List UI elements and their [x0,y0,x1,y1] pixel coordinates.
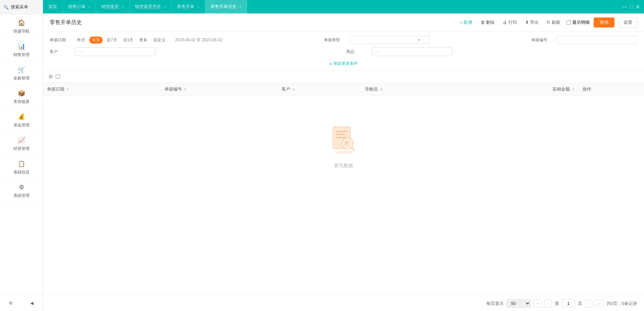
sidebar-item-sys-mgmt[interactable]: ⚙ 系统管理 [0,179,43,202]
tab-retail-open[interactable]: 零售开单× [171,0,205,13]
sidebar-item-finance-mgmt[interactable]: 💰 资金管理 [0,108,43,132]
tab-sales-order[interactable]: 销售订单× [63,0,96,13]
data-table: 单据日期 ⇅ 单据编号 ⇅ 客户 ⇅ 导购员 ⇅ [43,83,644,96]
tab-close-sales-return[interactable]: × [121,5,123,9]
maximize-btn[interactable]: □ [630,4,633,10]
tab-close-sales-order[interactable]: × [88,5,90,9]
sidebar-bottom: ⚙ ◀ [0,295,43,311]
date-more[interactable]: 更多 [137,37,149,44]
select-all-checkbox[interactable] [56,74,60,79]
date-label: 单据日期 [50,37,70,43]
tab-sales-return[interactable]: 销货退货× [96,0,129,13]
setting-button[interactable]: 设置 [618,17,637,28]
per-page-select[interactable]: 50 10 20 100 [506,299,531,308]
finance-mgmt-icon: 💰 [18,113,25,120]
purchase-mgmt-label: 采购管理 [13,75,30,81]
content-area: 零售开单历史 + 新增 🗑 删除 🖨 打印 ⬆ 导出 ↻ 刷新 显示明细 查询 … [43,13,644,311]
table-head: 单据日期 ⇅ 单据编号 ⇅ 客户 ⇅ 导购员 ⇅ [43,83,644,96]
settings-icon: ⚙ [9,301,13,306]
show-detail-checkbox[interactable] [566,20,571,25]
empty-icon [327,123,360,157]
finance-mgmt-label: 资金管理 [13,122,30,128]
col-guide: 导购员 ⇅ [361,83,461,96]
tab-close-sales-return-history[interactable]: × [164,5,166,9]
minimize-btn[interactable]: — [622,4,627,10]
page-header: 零售开单历史 + 新增 🗑 删除 🖨 打印 ⬆ 导出 ↻ 刷新 显示明细 查询 … [43,13,644,32]
sidebar: 🔍 搜索采单 🏠 快捷导航 📊 销售管理 🛒 采购管理 📦 库存核算 💰 资金管… [0,0,43,311]
refresh-button[interactable]: ↻ 刷新 [545,18,562,27]
show-detail-toggle[interactable]: 显示明细 [566,19,590,25]
svg-point-0 [334,151,353,154]
tab-close-retail-open-history[interactable]: × [239,5,241,9]
goods-input[interactable]: ··· [372,47,452,56]
window-controls: — □ ✕ [617,4,644,10]
filter-area: 单据日期 昨天 今天 近7天 近1月 更多 自定义 2023-06-02 至 2… [43,32,644,71]
basic-info-icon: 📋 [18,160,25,167]
sidebar-item-stock-calc[interactable]: 📦 库存核算 [0,85,43,108]
collapse-up-icon: ∧ [329,61,332,66]
close-btn[interactable]: ✕ [636,4,640,10]
date-last7[interactable]: 近7天 [105,37,119,44]
date-last1month[interactable]: 近1月 [121,37,136,44]
delete-button[interactable]: 🗑 删除 [479,18,497,27]
export-button[interactable]: ⬆ 导出 [523,18,541,27]
date-custom[interactable]: 自定义 [151,37,167,44]
sidebar-search[interactable]: 🔍 搜索采单 [0,0,43,14]
col-no: 单据编号 ⇅ [160,83,278,96]
date-today[interactable]: 今天 [89,37,103,44]
table-header-row: 单据日期 ⇅ 单据编号 ⇅ 客户 ⇅ 导购员 ⇅ [43,83,644,96]
empty-state: 暂无数据 [43,96,644,196]
print-button[interactable]: 🖨 打印 [501,18,519,27]
total-text: 共0页，0条记录 [606,301,637,307]
date-yesterday[interactable]: 昨天 [75,37,87,44]
next-page-btn[interactable]: › [585,300,592,307]
last-page-btn[interactable]: » [595,300,603,307]
col-no-sort[interactable]: ⇅ [184,88,186,91]
tab-sales-return-history[interactable]: 销货退货历史× [130,0,171,13]
col-amount-sort[interactable]: ⇅ [572,88,575,91]
query-button[interactable]: 查询 [594,17,614,28]
sidebar-item-basic-info[interactable]: 📋 基础信息 [0,155,43,179]
bill-type-select[interactable]: ▾ [349,36,430,44]
tab-retail-open-history[interactable]: 零售开单历史× [205,0,247,13]
sidebar-search-label: 搜索采单 [11,4,28,10]
col-guide-sort[interactable]: ⇅ [380,88,383,91]
col-customer-sort[interactable]: ⇅ [292,88,295,91]
first-page-btn[interactable]: « [533,300,542,307]
col-guide-label: 导购员 [365,87,378,92]
sales-mgmt-icon: 📊 [18,43,25,50]
page-text: 第 [555,301,559,307]
customer-input[interactable]: ··· [75,47,156,56]
tab-label-sales-return: 销货退货 [101,4,119,10]
bill-type-dropdown-icon: ▾ [418,38,420,42]
table-settings-icon[interactable]: ⚙ [48,73,53,80]
tab-label-retail-open-history: 零售开单历史 [210,4,237,10]
sidebar-item-business-mgmt[interactable]: 📈 经营管理 [0,132,43,155]
sidebar-settings-btn[interactable]: ⚙ [0,298,21,308]
sidebar-item-purchase-mgmt[interactable]: 🛒 采购管理 [0,61,43,85]
add-button[interactable]: + 新增 [458,18,474,27]
page-input[interactable] [562,300,575,307]
pagination: 每页显示 50 10 20 100 « ‹ 第 页 › » 共0页，0条记录 [43,296,644,311]
bill-no-input[interactable] [557,36,637,44]
col-date-sort[interactable]: ⇅ [66,88,69,91]
svg-point-8 [346,142,348,144]
table-container: ⚙ 单据日期 ⇅ 单据编号 ⇅ 客户 [43,71,644,296]
sales-mgmt-label: 销售管理 [13,52,30,58]
tab-home[interactable]: 首页 [43,0,63,13]
customer-dots: ··· [78,49,83,54]
prev-page-btn[interactable]: ‹ [545,300,552,307]
quick-nav-icon: 🏠 [18,19,25,27]
col-customer: 客户 ⇅ [278,83,361,96]
sidebar-item-sales-mgmt[interactable]: 📊 销售管理 [0,38,43,61]
col-date: 单据日期 ⇅ [43,83,160,96]
tab-close-retail-open[interactable]: × [197,5,199,9]
bill-no-label: 单据编号 [531,37,551,43]
sidebar-item-quick-nav[interactable]: 🏠 快捷导航 [0,14,43,38]
customer-label: 客户 [50,49,70,55]
business-mgmt-label: 经营管理 [13,146,30,152]
filter-row-1: 单据日期 昨天 今天 近7天 近1月 更多 自定义 2023-06-02 至 2… [50,36,637,44]
collapse-icon: ◀ [30,301,34,306]
collapse-more[interactable]: ∧ 收起更多条件 [50,59,637,68]
sidebar-collapse-btn[interactable]: ◀ [21,298,43,308]
